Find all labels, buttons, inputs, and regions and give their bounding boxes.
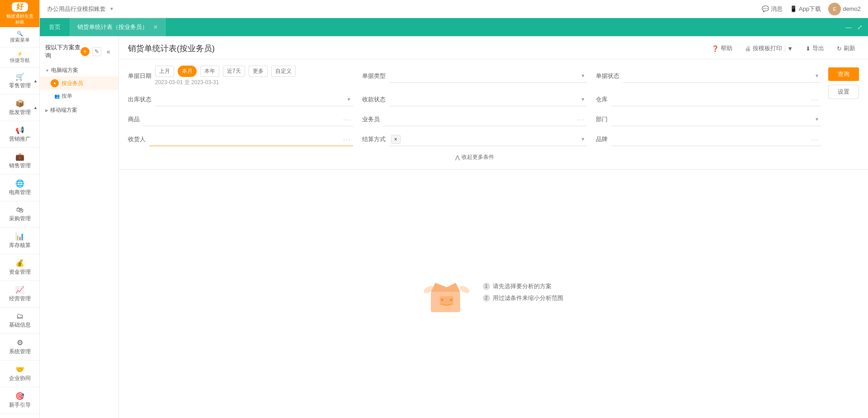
user-name: demo2	[843, 5, 861, 12]
doc-type-input[interactable]: ▼	[389, 69, 587, 83]
dept-input[interactable]: ▼	[611, 113, 821, 126]
left-panel-header: 按以下方案查询 + ✎ «	[40, 41, 118, 64]
hint-num-2: 2	[483, 294, 490, 302]
help-button[interactable]: ❓ 帮助	[708, 43, 736, 54]
print-icon: 🖨	[745, 45, 751, 52]
salesperson-input[interactable]: ···	[383, 113, 587, 126]
scheme-salesperson-icon: ●	[51, 79, 59, 87]
app-logo: 好 畅捷通好生意标账	[0, 0, 39, 27]
doc-status-input[interactable]: ▼	[623, 69, 821, 83]
export-button[interactable]: ⬇ 导出	[802, 43, 828, 54]
page-header: 销货单统计表(按业务员) ❓ 帮助 🖨 按模板打印 ▼ ⬇ 导出	[119, 36, 868, 59]
user-menu-button[interactable]: E demo2	[828, 3, 861, 15]
tab-maximize-button[interactable]: ⤢	[855, 22, 864, 33]
receiver-input[interactable]: ···	[149, 133, 353, 146]
mobile-scheme-header[interactable]: ▶ 移动端方案	[40, 104, 118, 116]
out-status-input[interactable]: ▼	[155, 93, 353, 106]
sidebar-item-system[interactable]: ⚙ 系统管理	[0, 334, 39, 361]
warehouse-input[interactable]: ···	[611, 93, 821, 106]
receipt-status-label: 收款状态	[362, 95, 386, 104]
goods-more-icon: ···	[343, 116, 351, 123]
goods-filter-cell: 商品 ···	[128, 113, 353, 126]
tab-close-button[interactable]: ✕	[153, 24, 158, 30]
collapse-filters-button[interactable]: ⋀ 收起更多条件	[455, 153, 494, 161]
sidebar-wholesale-label: 批发管理	[9, 109, 31, 116]
sidebar-item-quick-nav[interactable]: ⚡ 快捷导航	[0, 48, 39, 68]
sidebar-finance-label: 资金管理	[9, 268, 31, 276]
goods-input[interactable]: ···	[143, 113, 353, 126]
refresh-button[interactable]: ↻ 刷新	[833, 43, 859, 54]
empty-illustration	[424, 271, 469, 317]
scheme-item-by-order[interactable]: 👥 按单	[40, 90, 118, 102]
top-header: 办公用品行业模拟账套 ▼ 💬 消息 📱 App下载 E demo2	[40, 0, 868, 18]
sidebar-item-wholesale[interactable]: 📦 批发管理 ▲	[0, 95, 39, 121]
sidebar-inventory-label: 库存核算	[9, 242, 31, 249]
sales-icon: 💼	[15, 152, 24, 161]
collapse-panel-button[interactable]: «	[104, 47, 113, 56]
sidebar-item-purchase[interactable]: 🛍 采购管理	[0, 201, 39, 228]
retail-icon: 🛒	[15, 72, 24, 81]
message-button[interactable]: 💬 消息	[762, 5, 783, 13]
out-status-filter-cell: 出库状态 ▼	[128, 93, 353, 106]
message-label: 消息	[771, 5, 783, 13]
date-btn-custom[interactable]: 自定义	[271, 66, 296, 77]
add-scheme-button[interactable]: +	[80, 47, 90, 56]
ecommerce-icon: 🌐	[15, 179, 24, 188]
tab-sales-stat[interactable]: 销货单统计表（按业务员） ✕	[70, 18, 165, 36]
sidebar-item-basic[interactable]: 🗂 基础信息	[0, 308, 39, 334]
date-btn-7days[interactable]: 近7天	[223, 66, 245, 77]
empty-hints: 1 请先选择要分析的方案 2 用过滤条件来缩小分析范围	[483, 282, 563, 306]
mobile-scheme-group: ▶ 移动端方案	[40, 104, 118, 116]
sidebar-item-sales[interactable]: 💼 销售管理	[0, 148, 39, 175]
query-button[interactable]: 查询	[828, 67, 859, 81]
left-panel-actions: + ✎ «	[80, 47, 113, 56]
user-avatar: E	[828, 3, 841, 15]
print-dropdown-icon[interactable]: ▼	[785, 45, 793, 52]
sidebar-item-inventory[interactable]: 📊 库存核算	[0, 228, 39, 254]
print-label: 按模板打印	[753, 44, 782, 52]
tab-bar-actions: — ⤢	[844, 22, 868, 33]
hint-num-1: 1	[483, 283, 490, 290]
collapse-up-icon: ⋀	[455, 154, 460, 161]
dept-filter-cell: 部门 ▼	[596, 113, 821, 126]
warehouse-label: 仓库	[596, 95, 608, 104]
sidebar-item-marketing[interactable]: 📢 营销推广	[0, 121, 39, 148]
sidebar-item-search[interactable]: 🔍 搜索菜单	[0, 27, 39, 48]
date-btn-more[interactable]: 更多	[249, 66, 268, 77]
app-download-button[interactable]: 📱 App下载	[790, 5, 821, 13]
settle-input[interactable]: × ▼	[389, 133, 587, 146]
print-button[interactable]: 🖨 按模板打印 ▼	[741, 43, 797, 54]
sidebar-item-guide[interactable]: 🎯 新手引导	[0, 387, 39, 414]
tab-home[interactable]: 首页	[40, 18, 70, 36]
date-btn-this-year[interactable]: 本年	[200, 66, 219, 77]
sidebar-search-label: 搜索菜单	[10, 37, 30, 43]
sidebar-item-corp[interactable]: 🤝 企业协同	[0, 361, 39, 387]
sidebar-purchase-label: 采购管理	[9, 215, 31, 223]
help-label: 帮助	[721, 44, 732, 52]
left-panel: 按以下方案查询 + ✎ « ▼ 电脑端方案 ● 按业务员 👥	[40, 36, 119, 418]
date-filter-cell: 单据日期 上月 本月 本年 近7天 更多 自定义	[128, 66, 353, 86]
date-btn-this-month[interactable]: 本月	[178, 66, 197, 77]
sidebar-item-business[interactable]: 📈 经营管理	[0, 281, 39, 308]
desktop-scheme-header[interactable]: ▼ 电脑端方案	[40, 64, 118, 76]
date-btn-last-month[interactable]: 上月	[155, 66, 174, 77]
sidebar-item-finance[interactable]: 💰 资金管理	[0, 254, 39, 281]
search-icon: 🔍	[17, 31, 23, 37]
out-status-dropdown-icon: ▼	[347, 97, 351, 102]
breadcrumb: 办公用品行业模拟账套 ▼	[47, 5, 114, 13]
scheme-item-by-salesperson[interactable]: ● 按业务员	[40, 76, 118, 90]
logo-text: 畅捷通好生意标账	[6, 13, 33, 25]
subtitle-dropdown-icon[interactable]: ▼	[109, 6, 114, 11]
sidebar-item-ecommerce[interactable]: 🌐 电商管理	[0, 175, 39, 201]
message-icon: 💬	[762, 5, 769, 12]
tab-minimize-button[interactable]: —	[844, 22, 854, 33]
receipt-status-input[interactable]: ▼	[389, 93, 587, 106]
set-button[interactable]: 设置	[828, 85, 859, 99]
svg-point-3	[450, 299, 453, 301]
brand-input[interactable]: ···	[611, 133, 821, 146]
page-actions: ❓ 帮助 🖨 按模板打印 ▼ ⬇ 导出 ↻ 刷新	[708, 43, 859, 54]
sidebar-item-appcenter[interactable]: 📱 应用中心	[0, 414, 39, 418]
sidebar-item-retail[interactable]: 🛒 零售管理 ▲	[0, 68, 39, 95]
edit-scheme-button[interactable]: ✎	[92, 47, 101, 56]
app-download-label: App下载	[799, 5, 821, 13]
